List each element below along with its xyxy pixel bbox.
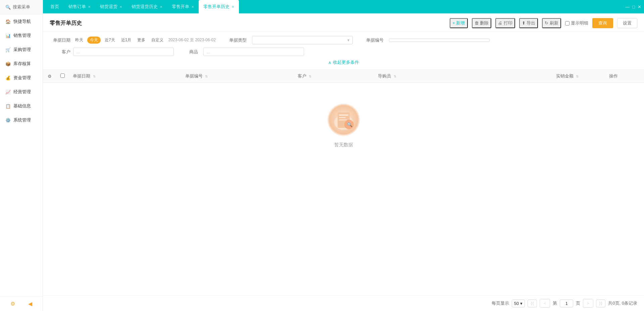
page-last-btn[interactable]: ⟩⟩	[596, 300, 605, 307]
sidebar-item-label-caigou: 采购管理	[13, 47, 31, 53]
th-salesperson[interactable]: 导购员 ⇅	[374, 70, 470, 83]
tabs-bar: 首页销售订单✕销货退货✕销货退货历史✕零售开单✕零售开单历史✕ — □ ✕	[43, 0, 644, 13]
tab-shouye[interactable]: 首页	[46, 0, 64, 13]
caigou-icon: 🛒	[5, 47, 11, 52]
tab-xiaoshou-history[interactable]: 销货退货历史✕	[127, 0, 167, 13]
tab-lingshao-open[interactable]: 零售开单✕	[167, 0, 199, 13]
sidebar-item-caigou[interactable]: 🛒 采购管理	[0, 43, 43, 57]
settings-footer-icon[interactable]: ⚙	[10, 301, 15, 307]
tab-label-shouye: 首页	[50, 4, 59, 10]
page-number-input[interactable]	[560, 300, 573, 307]
settings-button[interactable]: 设置	[617, 18, 637, 28]
tab-label-lingshao-open: 零售开单	[172, 4, 189, 10]
sidebar-search[interactable]: 🔍 搜索采单	[0, 0, 43, 14]
sidebar-item-jingying[interactable]: 📈 经营管理	[0, 85, 43, 99]
sidebar-item-kucun[interactable]: 📦 库存核算	[0, 57, 43, 71]
page-size-chevron-icon: ▾	[520, 301, 523, 306]
date-range: 2023-06-02 至 2023-06-02	[168, 37, 215, 43]
tab-lingshao-history[interactable]: 零售开单历史✕	[199, 0, 239, 13]
customer-dots: ...	[76, 49, 80, 54]
svg-rect-2	[339, 114, 348, 116]
tab-close-xiaoshou-return[interactable]: ✕	[119, 5, 122, 9]
close-btn[interactable]: ✕	[638, 4, 641, 9]
page-size-label: 每页显示	[492, 300, 509, 306]
th-date[interactable]: 单据日期 ⇅	[69, 70, 181, 83]
xiaoshou-icon: 📊	[5, 33, 11, 38]
filter-row-1: 单据日期 昨天今天近7天近1月更多自定义 2023-06-02 至 2023-0…	[50, 36, 637, 44]
sort-bill-icon: ⇅	[205, 74, 208, 78]
svg-rect-4	[339, 119, 347, 120]
delete-button[interactable]: 🗑 删除	[472, 18, 492, 28]
empty-icon: 🔍	[327, 103, 360, 137]
total-text: 共0页, 0条记录	[608, 300, 637, 306]
tab-label-lingshao-history: 零售开单历史	[203, 4, 230, 10]
kuaijie-icon: 🏠	[5, 19, 11, 24]
date-options: 昨天今天近7天近1月更多自定义	[73, 37, 165, 44]
tab-xiaoshou-order[interactable]: 销售订单✕	[64, 0, 95, 13]
collapse-footer-icon[interactable]: ◀	[28, 301, 32, 307]
tab-close-lingshao-open[interactable]: ✕	[191, 5, 194, 9]
goods-input[interactable]: ...	[203, 48, 304, 56]
tab-close-xiaoshou-history[interactable]: ✕	[160, 5, 162, 9]
th-customer[interactable]: 客户 ⇅	[294, 70, 374, 83]
bill-no-input[interactable]	[389, 39, 490, 42]
table-header-row: ⚙ 单据日期 ⇅ 单据编号 ⇅	[43, 70, 644, 83]
minimize-btn[interactable]: —	[625, 4, 630, 9]
date-label: 单据日期	[50, 37, 73, 43]
sidebar-item-xitong[interactable]: ⚙️ 系统管理	[0, 113, 43, 127]
date-opt-更多[interactable]: 更多	[135, 37, 147, 44]
settings-icon: ⚙	[48, 74, 52, 79]
query-button[interactable]: 查询	[592, 18, 613, 28]
page-first-btn[interactable]: ⟨⟨	[528, 300, 537, 307]
date-opt-近7天[interactable]: 近7天	[103, 37, 117, 44]
svg-text:🔍: 🔍	[347, 122, 353, 127]
data-table: ⚙ 单据日期 ⇅ 单据编号 ⇅	[43, 70, 644, 83]
sidebar-search-label: 搜索采单	[13, 4, 30, 10]
tab-xiaoshou-return[interactable]: 销货退货✕	[95, 0, 127, 13]
sidebar-item-label-xitong: 系统管理	[13, 117, 31, 123]
goods-label: 商品	[187, 49, 201, 55]
sidebar-item-zijin[interactable]: 💰 资金管理	[0, 71, 43, 85]
th-action: 操作	[583, 70, 644, 83]
th-bill-no[interactable]: 单据编号 ⇅	[181, 70, 294, 83]
customer-input[interactable]: ...	[73, 48, 174, 56]
date-opt-自定义[interactable]: 自定义	[149, 37, 165, 44]
print-button[interactable]: 🖨 打印	[495, 18, 515, 28]
sidebar-item-kuaijie[interactable]: 🏠 快捷导航	[0, 14, 43, 29]
date-opt-昨天[interactable]: 昨天	[73, 37, 85, 44]
maximize-btn[interactable]: □	[632, 4, 635, 9]
page-size-select[interactable]: 50 ▾	[512, 300, 525, 307]
filter-area: 单据日期 昨天今天近7天近1月更多自定义 2023-06-02 至 2023-0…	[43, 32, 644, 70]
search-icon: 🔍	[5, 4, 11, 10]
filter-row-2: 客户 ... 商品 ...	[50, 48, 637, 56]
add-button[interactable]: + 新增	[450, 18, 467, 28]
page-label-word: 第	[553, 300, 557, 306]
bill-type-select[interactable]: ▾	[252, 36, 353, 44]
sidebar-item-label-zijin: 资金管理	[13, 75, 31, 81]
page-word: 页	[576, 300, 580, 306]
kucun-icon: 📦	[5, 61, 11, 66]
refresh-button[interactable]: ↻ 刷新	[542, 18, 561, 28]
filter-collapse[interactable]: ∧ 收起更多条件	[50, 59, 637, 65]
page-next-btn[interactable]: ＞	[583, 299, 593, 308]
sidebar-item-xiaoshou[interactable]: 📊 销售管理	[0, 29, 43, 43]
page-prev-btn[interactable]: ＜	[540, 299, 550, 308]
th-check[interactable]	[56, 70, 69, 83]
export-button[interactable]: ⬆ 导出	[519, 18, 538, 28]
pagination-bar: 每页显示 50 ▾ ⟨⟨ ＜ 第 页 ＞ ⟩⟩ 共0页, 0条记录	[43, 295, 644, 311]
tab-label-xiaoshou-history: 销货退货历史	[132, 4, 158, 10]
display-detail-input[interactable]	[565, 21, 569, 25]
jingying-icon: 📈	[5, 89, 11, 95]
tab-close-lingshao-history[interactable]: ✕	[232, 5, 234, 9]
select-all-checkbox[interactable]	[60, 73, 65, 78]
date-opt-今天[interactable]: 今天	[87, 37, 101, 44]
bill-no-label: 单据编号	[366, 37, 386, 43]
display-detail-checkbox[interactable]: 显示明细	[565, 20, 588, 26]
th-settings[interactable]: ⚙	[43, 70, 56, 83]
sidebar-item-jichu[interactable]: 📋 基础信息	[0, 99, 43, 113]
goods-dots: ...	[206, 49, 210, 54]
tab-close-xiaoshou-order[interactable]: ✕	[88, 5, 91, 9]
th-amount[interactable]: 实销金额 ⇅	[470, 70, 583, 83]
sidebar-item-label-kuaijie: 快捷导航	[13, 18, 31, 24]
date-opt-近1月[interactable]: 近1月	[119, 37, 134, 44]
